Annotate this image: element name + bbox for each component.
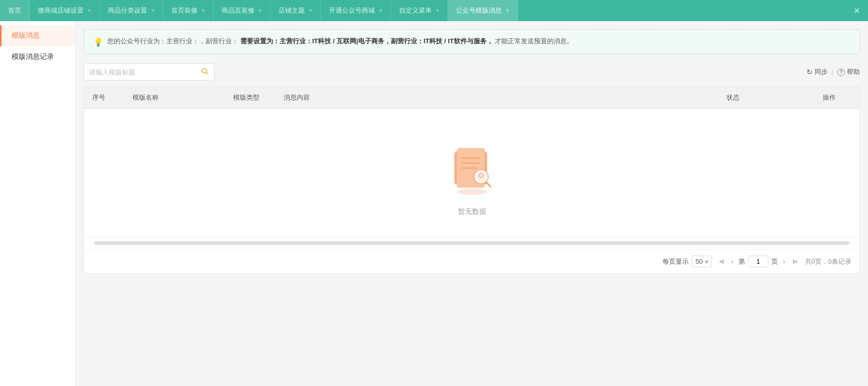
tab-home-decor-label: 首页装修 [171, 6, 197, 15]
help-label: 帮助 [847, 67, 860, 76]
tab-shop-settings-close[interactable]: × [88, 7, 91, 14]
notice-prefix: 您的公众号行业为：主营行业：，副营行业： [107, 37, 238, 45]
svg-line-1 [206, 72, 208, 74]
page-size-value: 50 [695, 258, 702, 265]
scrollbar-area [84, 237, 859, 249]
table-header: 序号 模版名称 模版类型 消息内容 状态 操作 [84, 87, 859, 109]
tab-home[interactable]: 首页 [0, 0, 30, 21]
page-size-select: 每页显示 50 ∨ [662, 256, 711, 267]
tab-category-settings-close[interactable]: × [151, 7, 155, 14]
notice-icon: 💡 [93, 37, 103, 47]
tab-home-label: 首页 [8, 6, 21, 15]
th-name: 模版名称 [124, 87, 225, 108]
empty-state: 暂无数据 [84, 109, 859, 237]
page-size-chevron: ∨ [705, 259, 708, 264]
sidebar-item-template-msg-record[interactable]: 模版消息记录 [0, 46, 75, 67]
sidebar-item-template-msg-record-label: 模版消息记录 [12, 52, 54, 60]
tab-shop-theme-close[interactable]: × [309, 7, 312, 14]
page-nav: ⊲ ‹ 第 页 › ⊳ [717, 256, 800, 267]
th-type: 模版类型 [225, 87, 276, 108]
content-area: 💡 您的公众号行业为：主营行业：，副营行业： 需要设置为：主营行业：IT科技 /… [76, 21, 868, 386]
sync-icon: ↻ [807, 68, 813, 76]
help-icon: ? [837, 68, 845, 76]
toolbar-right: ↻ 同步 | ? 帮助 [807, 67, 860, 76]
tab-template-msg-close[interactable]: × [506, 7, 509, 14]
page-size-label: 每页显示 [662, 257, 689, 266]
last-page-button[interactable]: ⊳ [790, 257, 800, 266]
tab-shop-theme-label: 店铺主题 [279, 6, 305, 15]
th-content: 消息内容 [276, 87, 718, 108]
svg-point-7 [476, 172, 486, 182]
tab-home-decor[interactable]: 首页装修 × [163, 0, 214, 21]
tab-product-decor-close[interactable]: × [258, 7, 262, 14]
page-unit: 页 [771, 257, 778, 266]
main-layout: 模版消息 模版消息记录 💡 您的公众号行业为：主营行业：，副营行业： 需要设置为… [0, 21, 868, 386]
sidebar-item-template-msg-label: 模版消息 [12, 31, 40, 39]
tab-custom-menu[interactable]: 自定义菜单 × [391, 0, 448, 21]
tab-shop-theme[interactable]: 店铺主题 × [271, 0, 321, 21]
prev-page-button[interactable]: ‹ [729, 257, 736, 266]
next-page-button[interactable]: › [781, 257, 787, 266]
tab-template-msg-label: 公众号模版消息 [456, 6, 502, 15]
tab-custom-menu-label: 自定义菜单 [399, 6, 432, 15]
first-page-button[interactable]: ⊲ [717, 257, 726, 266]
tab-open-mall-label: 开通公众号商城 [329, 6, 375, 15]
search-button[interactable] [201, 67, 209, 77]
th-seq: 序号 [84, 87, 124, 108]
notice-suffix: 才能正常发送预置的消息。 [495, 37, 573, 45]
tab-shop-settings[interactable]: 微商城店铺设置 × [30, 0, 100, 21]
search-input-wrap [84, 63, 215, 81]
sidebar: 模版消息 模版消息记录 [0, 21, 76, 386]
tab-product-decor-label: 商品页装修 [222, 6, 254, 15]
tab-open-mall-close[interactable]: × [379, 7, 382, 14]
total-info: 共0页，0条记录 [805, 257, 851, 266]
th-action: 操作 [799, 87, 859, 108]
tab-template-msg[interactable]: 公众号模版消息 × [448, 0, 518, 21]
help-button[interactable]: ? 帮助 [837, 67, 860, 76]
tab-home-decor-close[interactable]: × [202, 7, 205, 14]
tab-category-settings[interactable]: 商品分类设置 × [100, 0, 163, 21]
svg-point-2 [457, 189, 487, 195]
notice-box: 💡 您的公众号行业为：主营行业：，副营行业： 需要设置为：主营行业：IT科技 /… [84, 29, 860, 54]
page-label: 第 [739, 257, 745, 266]
tab-custom-menu-close[interactable]: × [436, 7, 439, 14]
pagination-bar: 每页显示 50 ∨ ⊲ ‹ 第 页 › ⊳ 共0页，0条记录 [84, 249, 859, 273]
notice-text: 您的公众号行业为：主营行业：，副营行业： 需要设置为：主营行业：IT科技 / 互… [107, 37, 573, 46]
horizontal-scrollbar[interactable] [94, 241, 849, 245]
th-status: 状态 [718, 87, 799, 108]
sync-label: 同步 [815, 67, 828, 76]
sync-button[interactable]: ↻ 同步 [807, 67, 828, 76]
search-icon [201, 67, 209, 75]
page-size-dropdown[interactable]: 50 ∨ [692, 256, 711, 267]
search-bar: ↻ 同步 | ? 帮助 [84, 63, 860, 81]
tab-bar-close-all[interactable]: ✕ [845, 6, 868, 16]
page-number-input[interactable] [748, 256, 768, 267]
data-table: 序号 模版名称 模版类型 消息内容 状态 操作 [84, 87, 860, 274]
tab-open-mall[interactable]: 开通公众号商城 × [321, 0, 391, 21]
svg-line-8 [486, 182, 491, 187]
tab-product-decor[interactable]: 商品页装修 × [214, 0, 271, 21]
sidebar-item-template-msg[interactable]: 模版消息 [0, 25, 75, 46]
toolbar-divider: | [832, 68, 833, 76]
empty-state-icon [442, 139, 502, 199]
notice-highlight: 需要设置为：主营行业：IT科技 / 互联网|电子商务，副营行业：IT科技 / I… [240, 37, 493, 45]
tab-category-settings-label: 商品分类设置 [108, 6, 147, 15]
empty-text: 暂无数据 [458, 207, 486, 216]
tab-shop-settings-label: 微商城店铺设置 [38, 6, 84, 15]
search-input[interactable] [89, 68, 201, 76]
tab-bar: 首页 微商城店铺设置 × 商品分类设置 × 首页装修 × 商品页装修 × 店铺主… [0, 0, 868, 21]
